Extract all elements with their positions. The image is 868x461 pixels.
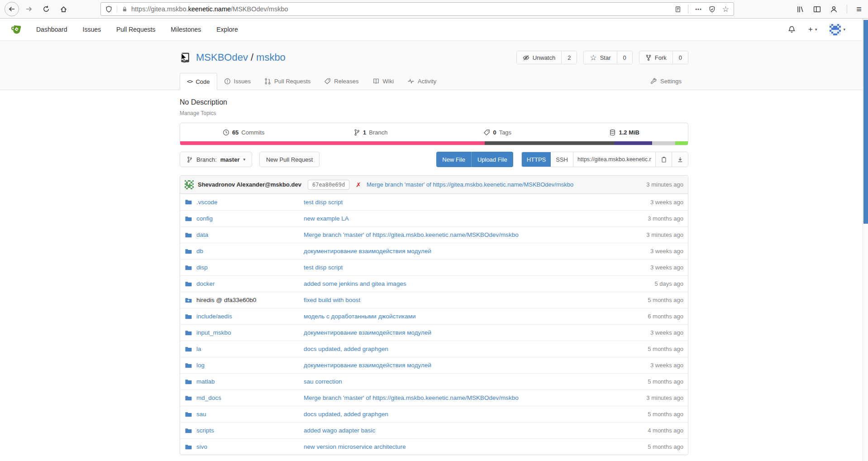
file-name-link[interactable]: la	[196, 346, 201, 352]
language-bar[interactable]	[180, 141, 688, 145]
file-row: sivo new version microservice architectu…	[180, 438, 688, 455]
file-name-link[interactable]: .vscode	[196, 199, 218, 206]
unwatch-label: Unwatch	[533, 54, 556, 61]
download-archive-button[interactable]	[672, 152, 688, 167]
file-commit-message-link[interactable]: docs updated, added graphgen	[304, 411, 388, 418]
file-commit-message-link[interactable]: Merge branch 'master' of https://gitea.m…	[304, 231, 519, 238]
file-commit-message-link[interactable]: added some jenkins and gitea images	[304, 280, 406, 287]
gitea-logo[interactable]	[10, 23, 24, 36]
latest-commit-row: Shevadronov Alexander@mskbo.dev 67ea80e6…	[180, 176, 688, 194]
file-row: matlab sau correction 5 months ago	[180, 373, 688, 389]
bookmark-star-icon[interactable]: ☆	[722, 5, 729, 13]
browser-reload-button[interactable]	[39, 2, 53, 16]
file-commit-message-link[interactable]: Merge branch 'master' of https://gitea.m…	[304, 394, 519, 401]
tab-pull-requests-label: Pull Requests	[274, 78, 310, 85]
commit-author[interactable]: Shevadronov Alexander@mskbo.dev	[198, 181, 301, 188]
account-icon[interactable]	[830, 5, 838, 13]
menu-icon[interactable]: ≡	[856, 5, 862, 14]
file-commit-message-link[interactable]: документирование взаимодействия модулей	[304, 362, 431, 369]
browser-forward-button[interactable]	[22, 2, 36, 16]
reader-mode-icon[interactable]	[675, 6, 681, 13]
file-name-link[interactable]: sau	[196, 411, 206, 418]
commit-message-link[interactable]: Merge branch 'master' of https://gitea.m…	[367, 181, 641, 188]
stat-tags[interactable]: 0 Tags	[434, 129, 561, 136]
tab-code[interactable]: <>Code	[180, 73, 217, 90]
library-icon[interactable]	[796, 5, 804, 13]
fork-button[interactable]: Fork	[639, 51, 672, 64]
file-commit-message-link[interactable]: docs updated, added graphgen	[304, 346, 388, 352]
star-button[interactable]: ☆ Star	[584, 51, 616, 64]
file-commit-message-link[interactable]: fixed build with boost	[304, 297, 360, 303]
commit-status-failed-icon[interactable]: ✗	[356, 181, 361, 188]
file-name-link[interactable]: scripts	[196, 427, 214, 434]
file-commit-message-link[interactable]: документирование взаимодействия модулей	[304, 329, 431, 336]
stars-count[interactable]: 0	[617, 51, 632, 64]
file-commit-message-link[interactable]: new version microservice architecture	[304, 443, 406, 450]
browser-back-button[interactable]	[5, 2, 19, 16]
tab-pull-requests[interactable]: Pull Requests	[258, 72, 317, 90]
file-name-link[interactable]: matlab	[196, 378, 215, 385]
shield-check-icon[interactable]	[709, 6, 715, 13]
page-scrollbar[interactable]	[863, 19, 868, 461]
file-name-link[interactable]: db	[196, 248, 203, 255]
page-actions-icon[interactable]: •••	[695, 6, 702, 12]
navbar-item-issues[interactable]: Issues	[83, 26, 101, 33]
navbar-item-explore[interactable]: Explore	[216, 26, 238, 33]
file-name-link[interactable]: log	[196, 362, 205, 369]
navbar-item-dashboard[interactable]: Dashboard	[36, 26, 67, 33]
notifications-bell-icon[interactable]	[788, 25, 796, 34]
tab-releases[interactable]: Releases	[317, 72, 365, 90]
file-commit-message-link[interactable]: test disp script	[304, 264, 343, 271]
watchers-count[interactable]: 2	[561, 51, 577, 64]
stat-branches[interactable]: 1 Branch	[307, 129, 434, 136]
file-name-link[interactable]: input_mskbo	[196, 329, 231, 336]
url-bar[interactable]: https://gitea.mskbo.keenetic.name/MSKBOd…	[100, 2, 734, 16]
commit-sha-badge[interactable]: 67ea80e69d	[308, 180, 349, 190]
file-commit-message-link[interactable]: new example LA	[304, 215, 349, 222]
sidebars-icon[interactable]	[813, 5, 821, 13]
https-button[interactable]: HTTPS	[522, 152, 551, 167]
tab-wiki[interactable]: Wiki	[366, 72, 401, 90]
file-commit-message-link[interactable]: модель с доработанными джойстиками	[304, 313, 416, 320]
tracking-protection-shield-icon[interactable]	[105, 6, 112, 13]
copy-clone-url-button[interactable]	[655, 152, 672, 167]
file-name-link[interactable]: sivo	[196, 443, 207, 450]
file-name-link[interactable]: config	[196, 215, 213, 222]
file-row: .vscode test disp script 3 weeks ago	[180, 194, 688, 210]
file-commit-message-link[interactable]: added wago adapter basic	[304, 427, 375, 434]
tab-issues[interactable]: Issues	[217, 72, 258, 90]
database-icon	[609, 129, 616, 136]
create-new-button[interactable]: + ▾	[808, 25, 817, 34]
file-commit-message-link[interactable]: документирование взаимодействия модулей	[304, 248, 431, 255]
file-table: Shevadronov Alexander@mskbo.dev 67ea80e6…	[180, 175, 688, 455]
browser-home-button[interactable]	[56, 2, 71, 16]
repo-name-link[interactable]: mskbo	[256, 52, 286, 63]
file-name-link[interactable]: disp	[196, 264, 208, 271]
file-name-link[interactable]: hiredis @ dfa33e60b0	[196, 297, 256, 303]
tab-settings[interactable]: Settings	[644, 72, 688, 90]
stat-commits[interactable]: 65 Commits	[180, 129, 307, 136]
clone-url-input[interactable]	[573, 152, 655, 167]
manage-topics-link[interactable]: Manage Topics	[180, 110, 688, 116]
stat-size[interactable]: 1.2 MiB	[561, 129, 688, 136]
tab-activity[interactable]: Activity	[401, 72, 443, 90]
unwatch-button[interactable]: Unwatch	[517, 51, 562, 64]
navbar-item-pull-requests[interactable]: Pull Requests	[116, 26, 155, 33]
branch-selector[interactable]: Branch: master ▾	[180, 152, 252, 167]
file-name-link[interactable]: md_docs	[196, 394, 221, 401]
ssh-button[interactable]: SSH	[551, 152, 573, 167]
file-name-link[interactable]: docker	[196, 280, 215, 287]
new-pull-request-button[interactable]: New Pull Request	[259, 152, 320, 167]
repo-owner-link[interactable]: MSKBOdev	[196, 52, 248, 63]
forks-count[interactable]: 0	[672, 51, 688, 64]
new-file-button[interactable]: New File	[436, 152, 471, 167]
user-menu[interactable]: ▾	[830, 24, 845, 35]
file-commit-message-link[interactable]: sau correction	[304, 378, 342, 385]
scrollbar-thumb[interactable]	[863, 20, 868, 224]
file-name-link[interactable]: include/aedis	[196, 313, 232, 320]
file-name-link[interactable]: data	[196, 231, 208, 238]
upload-file-button[interactable]: Upload File	[471, 152, 513, 167]
file-commit-message-link[interactable]: test disp script	[304, 199, 343, 206]
url-domain: keenetic.name	[188, 5, 231, 13]
navbar-item-milestones[interactable]: Milestones	[171, 26, 201, 33]
